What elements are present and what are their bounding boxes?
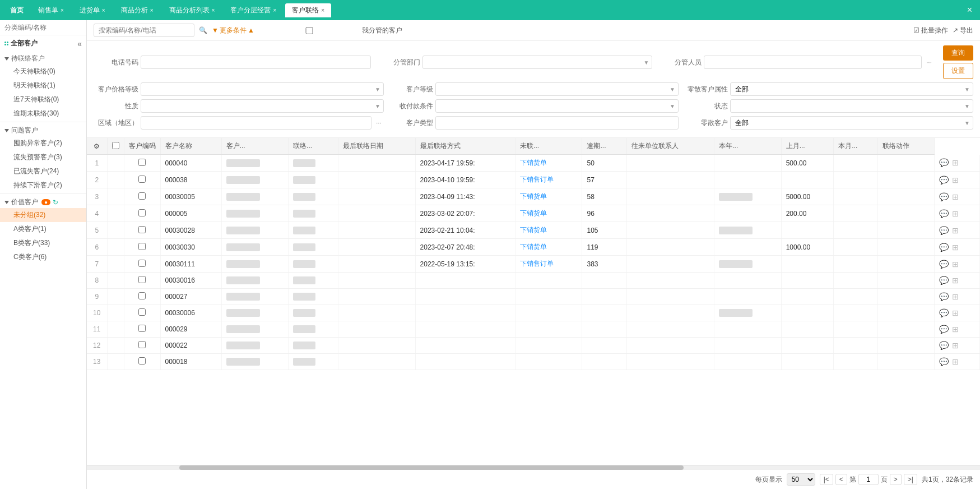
chat-icon[interactable]: 💬 [939,158,949,167]
nav-tab-5[interactable]: 客户联络 × [285,3,331,17]
status-select[interactable] [730,99,973,113]
nav-tab-1[interactable]: 进货单 × [73,3,112,17]
row-checkbox[interactable] [138,292,146,299]
grid-action-icon[interactable]: ⊞ [952,176,959,184]
contact-method-link[interactable]: 下销货单 [520,209,547,217]
page-prev-btn[interactable]: < [835,474,847,485]
scrollbar-thumb[interactable] [179,465,684,470]
chat-icon[interactable]: 💬 [939,341,949,350]
sidebar-collapse-btn[interactable]: « [77,39,82,48]
grid-action-icon[interactable]: ⊞ [952,243,959,252]
region-dots-icon[interactable]: ··· [374,119,384,127]
sidebar-item-abnormal[interactable]: 囤购异常客户(2) [0,136,86,150]
sidebar-item-attrition-warning[interactable]: 流失预警客户(3) [0,150,86,164]
grid-action-icon[interactable]: ⊞ [952,308,959,317]
refresh-icon[interactable]: ↻ [53,199,58,206]
sidebar-item-overdue[interactable]: 逾期未联络(30) [0,107,86,121]
page-number-input[interactable] [858,474,879,485]
nav-tab-4[interactable]: 客户分层经营 × [224,3,283,17]
row-checkbox[interactable] [138,243,146,250]
region-input[interactable] [141,116,371,130]
attr-select[interactable]: 全部 [730,82,973,96]
grid-action-icon[interactable]: ⊞ [952,158,959,167]
close-tab-5-icon[interactable]: × [321,7,324,13]
col-settings-header[interactable]: ⚙ [87,138,107,155]
query-btn[interactable]: 查询 [943,45,973,61]
price-grade-select[interactable] [141,82,384,96]
grid-action-icon[interactable]: ⊞ [952,192,959,201]
grid-action-icon[interactable]: ⊞ [952,276,959,285]
sidebar-item-today[interactable]: 今天待联络(0) [0,64,86,79]
col-check-header[interactable] [107,138,124,155]
batch-ops-btn[interactable]: ☑ 批量操作 [913,26,948,35]
chat-icon[interactable]: 💬 [939,192,949,201]
chat-icon[interactable]: 💬 [939,357,949,366]
sidebar-item-class-a[interactable]: A类客户(1) [0,222,86,236]
close-tab-1-icon[interactable]: × [102,7,105,13]
row-checkbox-cell[interactable] [124,321,160,338]
row-checkbox[interactable] [138,276,146,283]
all-customers-header[interactable]: 全部客户 « [0,35,86,52]
row-checkbox-cell[interactable] [124,338,160,354]
nav-tab-0[interactable]: 销售单 × [31,3,71,17]
contact-method-link[interactable]: 下销售订单 [520,176,554,183]
filter-search-icon[interactable]: 🔍 [199,26,207,34]
chat-icon[interactable]: 💬 [939,276,949,285]
sidebar-item-ungroup[interactable]: 未分组(32) [0,208,86,222]
chat-icon[interactable]: 💬 [939,308,949,317]
chat-icon[interactable]: 💬 [939,243,949,252]
page-first-btn[interactable]: |< [820,474,833,485]
more-conditions-btn[interactable]: ▼ 更多条件 ▲ [212,26,254,35]
row-checkbox[interactable] [138,176,146,183]
my-customers-checkbox[interactable] [259,27,360,34]
row-checkbox-cell[interactable] [124,354,160,370]
chat-icon[interactable]: 💬 [939,209,949,218]
row-checkbox[interactable] [138,357,146,365]
contact-method-link[interactable]: 下销货单 [520,192,547,200]
close-tab-3-icon[interactable]: × [212,7,215,13]
grid-action-icon[interactable]: ⊞ [952,260,959,269]
sidebar-search-input[interactable] [4,24,87,31]
contact-method-link[interactable]: 下销售订单 [520,260,554,267]
chat-icon[interactable]: 💬 [939,260,949,269]
nav-tab-3[interactable]: 商品分析列表 × [162,3,222,17]
row-checkbox-cell[interactable] [124,155,160,172]
chat-icon[interactable]: 💬 [939,325,949,334]
row-checkbox-cell[interactable] [124,273,160,289]
dept-select[interactable] [422,56,653,69]
page-next-btn[interactable]: > [890,474,902,485]
row-checkbox[interactable] [138,209,146,216]
row-checkbox-cell[interactable] [124,222,160,239]
contact-method-link[interactable]: 下销货单 [520,159,547,167]
row-checkbox-cell[interactable] [124,256,160,273]
grade-select[interactable] [435,82,679,96]
sidebar-item-class-b[interactable]: B类客户(33) [0,236,86,250]
horizontal-scrollbar[interactable] [87,465,980,469]
close-tab-4-icon[interactable]: × [273,7,276,13]
row-checkbox-cell[interactable] [124,289,160,305]
retail-select[interactable]: 全部 [730,116,973,130]
row-checkbox[interactable] [138,192,146,200]
row-checkbox[interactable] [138,308,146,316]
chat-icon[interactable]: 💬 [939,176,949,184]
page-size-select[interactable]: 50 100 [787,473,815,486]
row-checkbox[interactable] [138,341,146,348]
row-checkbox[interactable] [138,260,146,267]
grid-action-icon[interactable]: ⊞ [952,357,959,366]
grid-action-icon[interactable]: ⊞ [952,209,959,218]
grid-action-icon[interactable]: ⊞ [952,325,959,334]
sidebar-item-lost[interactable]: 已流失客户(24) [0,164,86,178]
row-checkbox[interactable] [138,325,146,332]
row-checkbox-cell[interactable] [124,205,160,222]
close-all-btn[interactable]: × [964,4,976,16]
grid-action-icon[interactable]: ⊞ [952,292,959,301]
export-btn[interactable]: ↗ 导出 [953,26,973,35]
person-dots-icon[interactable]: ··· [924,58,934,66]
grid-action-icon[interactable]: ⊞ [952,226,959,235]
person-input[interactable] [704,56,922,69]
reset-btn[interactable]: 设置 [943,63,973,79]
chat-icon[interactable]: 💬 [939,226,949,235]
my-customers-checkbox-label[interactable]: 我分管的客户 [259,26,402,35]
row-checkbox-cell[interactable] [124,172,160,188]
chat-icon[interactable]: 💬 [939,292,949,301]
